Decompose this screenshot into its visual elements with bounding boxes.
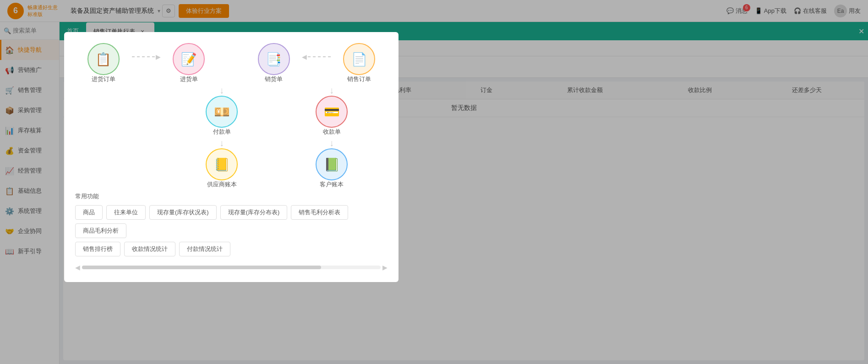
customer-ledger-label: 客户账本 (320, 180, 344, 189)
flow-cell-receipt: 💳 收款单 (295, 96, 368, 136)
common-btn-partner[interactable]: 往来单位 (106, 205, 146, 220)
sales-order-label: 销售订单 (347, 75, 371, 83)
receipt-node[interactable]: 💳 (316, 96, 348, 128)
flow-cell-purchase-receipt: 📝 进货单 (161, 43, 218, 83)
flow-cell-customer-ledger: 📗 客户账本 (295, 148, 368, 189)
common-btn-payment-stats[interactable]: 付款情况统计 (179, 242, 230, 256)
sales-receipt-label: 销货单 (265, 75, 283, 83)
purchase-order-label: 进货订单 (92, 75, 115, 83)
flow-cell-purchase-order: 📋 进货订单 (75, 43, 132, 83)
purchase-receipt-label: 进货单 (180, 75, 198, 83)
flow-row-arrows: ↓ ↓ (75, 83, 388, 96)
modal-overlay[interactable]: 📋 进货订单 ▶ 📝 进货单 (0, 0, 868, 364)
customer-ledger-node[interactable]: 📗 (316, 148, 348, 180)
common-btn-product-gross[interactable]: 商品毛利分析 (75, 223, 126, 238)
common-functions-title: 常用功能 (75, 192, 388, 201)
flow-cell-payment: 💴 付款单 (185, 96, 258, 136)
receipt-label: 收款单 (323, 128, 341, 136)
flow-row-3: 📒 供应商账本 📗 客户账本 (75, 148, 388, 189)
payment-node[interactable]: 💴 (206, 96, 238, 128)
connector-h-2: ◀ (302, 43, 331, 60)
common-btn-receipt-stats[interactable]: 收款情况统计 (124, 242, 175, 256)
common-buttons-row-1: 商品 往来单位 现存量(库存状况表) 现存量(库存分布表) 销售毛利分析表 商品… (75, 205, 388, 238)
purchase-order-node[interactable]: 📋 (87, 43, 120, 75)
common-btn-stock-status[interactable]: 现存量(库存状况表) (149, 205, 217, 220)
scroll-right-arrow[interactable]: ▶ (382, 264, 388, 271)
common-functions-section: 常用功能 商品 往来单位 现存量(库存状况表) 现存量(库存分布表) 销售毛利分… (75, 192, 388, 256)
common-btn-sales-rank[interactable]: 销售排行榜 (75, 242, 120, 256)
flow-row-1: 📋 进货订单 ▶ 📝 进货单 (75, 43, 388, 83)
flow-diagram: 📋 进货订单 ▶ 📝 进货单 (75, 43, 388, 189)
payment-label: 付款单 (213, 128, 231, 136)
flow-modal: 📋 进货订单 ▶ 📝 进货单 (64, 32, 399, 282)
supplier-ledger-label: 供应商账本 (207, 180, 237, 189)
down-arrow-receipt: ↓ (295, 136, 368, 148)
modal-scrollbar-area: ◀ ▶ (75, 264, 388, 271)
flow-cell-supplier-ledger: 📒 供应商账本 (185, 148, 258, 189)
purchase-receipt-node[interactable]: 📝 (173, 43, 205, 75)
common-buttons-row-2: 销售排行榜 收款情况统计 付款情况统计 (75, 242, 388, 256)
common-btn-sales-gross[interactable]: 销售毛利分析表 (291, 205, 348, 220)
modal-scrollbar-thumb (82, 266, 321, 269)
sales-order-node[interactable]: 📄 (343, 43, 375, 75)
flow-cell-sales-receipt: 📑 销货单 (246, 43, 302, 83)
down-arrow-purchase: ↓ (185, 83, 258, 96)
flow-row-arrows-2: ↓ ↓ (75, 136, 388, 148)
down-arrow-sales: ↓ (295, 83, 368, 96)
down-arrow-payment: ↓ (185, 136, 258, 148)
connector-h-1: ▶ (132, 43, 161, 60)
supplier-ledger-node[interactable]: 📒 (206, 148, 238, 180)
common-btn-product[interactable]: 商品 (75, 205, 103, 220)
sales-receipt-node[interactable]: 📑 (258, 43, 290, 75)
flow-cell-sales-order: 📄 销售订单 (331, 43, 388, 83)
common-btn-stock-dist[interactable]: 现存量(库存分布表) (220, 205, 288, 220)
modal-scrollbar-track (82, 266, 381, 269)
flow-row-2: 💴 付款单 💳 收款单 (75, 96, 388, 136)
scroll-left-arrow[interactable]: ◀ (75, 264, 80, 271)
